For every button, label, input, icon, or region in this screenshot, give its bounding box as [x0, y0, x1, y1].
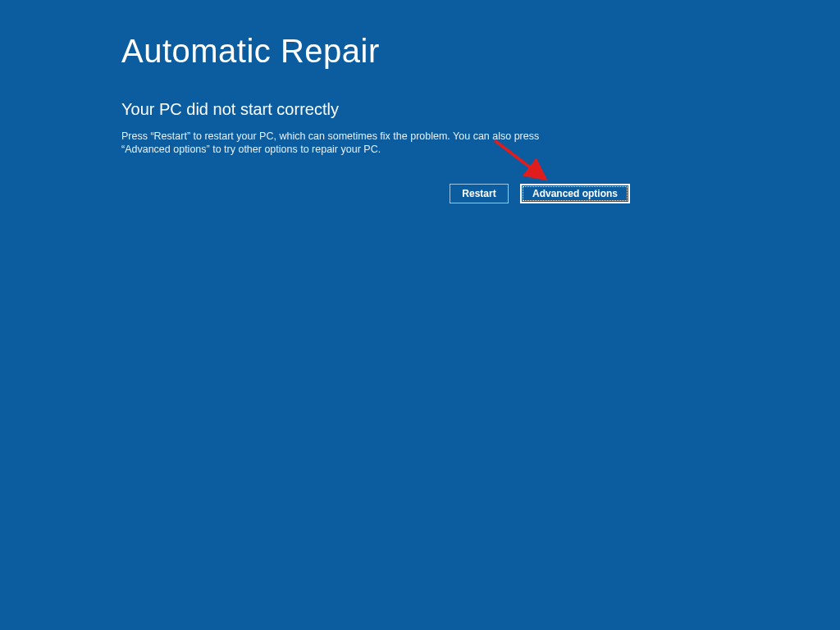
- content-block: Automatic Repair Your PC did not start c…: [121, 33, 630, 167]
- page-body-text: Press “Restart” to restart your PC, whic…: [121, 130, 581, 158]
- page-title: Automatic Repair: [121, 33, 630, 69]
- restart-button[interactable]: Restart: [450, 184, 509, 203]
- page-subtitle: Your PC did not start correctly: [121, 100, 630, 119]
- button-row: Restart Advanced options: [450, 184, 630, 203]
- recovery-screen: Automatic Repair Your PC did not start c…: [0, 0, 840, 630]
- advanced-options-button[interactable]: Advanced options: [520, 184, 630, 203]
- restart-button-label: Restart: [462, 188, 495, 199]
- advanced-options-button-label: Advanced options: [532, 188, 618, 199]
